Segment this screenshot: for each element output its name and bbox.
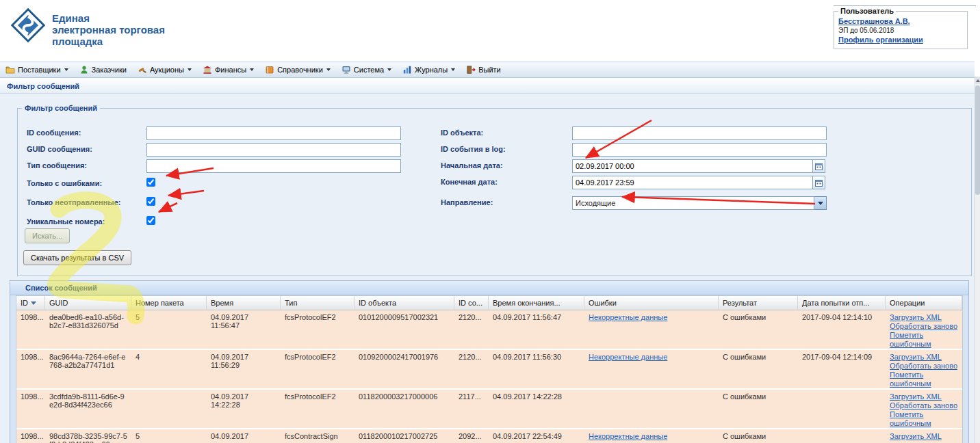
grid-header-row: ID GUID Номер пакета Время Тип ID объект… [16, 296, 962, 310]
menu-customers[interactable]: Заказчики [79, 65, 127, 75]
direction-select[interactable]: Исходящие [572, 196, 814, 210]
vertical-scrollbar[interactable] [975, 77, 980, 443]
error-details-link[interactable]: Некорректные данные [589, 353, 667, 361]
cell-guid: 3cdfda9b-8111-6d6e-9e2d-8d34f423ec66 [45, 390, 131, 428]
load-xml-link[interactable]: Загрузить XML [890, 313, 958, 322]
load-xml-link[interactable]: Загрузить XML [890, 392, 958, 401]
unsent-only-checkbox[interactable] [146, 197, 155, 206]
table-row[interactable]: 1098... 3cdfda9b-8111-6d6e-9e2d-8d34f423… [16, 390, 962, 429]
column-header-object-id[interactable]: ID объекта [354, 296, 454, 310]
menu-exit[interactable]: Выйти [466, 65, 501, 75]
error-details-link[interactable]: Некорректные данные [589, 432, 667, 440]
log-event-id-input[interactable] [572, 143, 827, 157]
mark-erroneous-link[interactable]: Пометить ошибочным [890, 371, 958, 388]
column-header-id[interactable]: ID [16, 296, 45, 310]
load-xml-link[interactable]: Загрузить XML [890, 432, 958, 441]
menu-directories[interactable]: Справочники [265, 65, 331, 75]
download-csv-button[interactable]: Скачать результаты в CSV [23, 250, 131, 265]
calendar-icon [815, 179, 823, 187]
mark-erroneous-link[interactable]: Пометить ошибочным [890, 410, 958, 428]
scrollbar-thumb[interactable] [975, 85, 980, 195]
column-header-event-id[interactable]: ID со... [454, 296, 489, 310]
scroll-up-arrow-icon[interactable] [975, 77, 980, 84]
column-header-guid[interactable]: GUID [45, 296, 131, 310]
menu-suppliers[interactable]: Поставщики [5, 65, 68, 75]
menu-customers-label: Заказчики [92, 66, 127, 74]
message-id-input[interactable] [146, 126, 401, 140]
menu-journals-label: Журналы [415, 66, 448, 74]
end-date-calendar-button[interactable] [813, 176, 825, 189]
unsent-only-label: Только неотправленные: [27, 198, 120, 206]
message-type-input[interactable] [146, 159, 401, 173]
cell-time: 04.09.2017 11:56:29 [207, 350, 281, 388]
column-header-time[interactable]: Время [207, 296, 281, 310]
cell-operations: Загрузить XML Обработать заново Пометить… [886, 310, 962, 349]
unique-numbers-label: Уникальные номера: [27, 217, 105, 226]
brand-title: Единая электронная торговая площадка [52, 12, 165, 47]
end-date-input[interactable] [572, 176, 813, 189]
message-guid-label: GUID сообщения: [27, 145, 92, 153]
table-row[interactable]: 1098... 98cd378b-3235-99c7-5f2d-8d34f423… [16, 429, 962, 443]
cell-guid: 8ac9644a-7264-e6ef-e768-a2b2a77471d1 [45, 350, 131, 388]
column-header-operations[interactable]: Операции [886, 296, 962, 310]
direction-dropdown-button[interactable] [814, 196, 827, 210]
cell-end-time: 04.09.2017 11:56:47 [489, 310, 584, 349]
cell-type: fcsProtocolEF2 [281, 310, 354, 349]
cell-result: С ошибками [719, 390, 798, 428]
message-guid-input[interactable] [146, 143, 401, 157]
unique-numbers-checkbox[interactable] [146, 216, 155, 225]
menu-auctions-label: Аукционы [150, 66, 184, 74]
menu-journals[interactable]: Журналы [402, 65, 455, 75]
cell-event-id: 2117... [454, 390, 489, 428]
table-row[interactable]: 1098... 8ac9644a-7264-e6ef-e768-a2b2a774… [16, 350, 962, 390]
sort-desc-icon [31, 301, 36, 305]
eetp-logo-icon [8, 5, 48, 45]
menu-finance[interactable]: Финансы [203, 65, 254, 75]
cell-attempt-date [798, 390, 886, 428]
chevron-down-icon [326, 68, 331, 71]
chevron-down-icon [387, 68, 391, 71]
column-header-result[interactable]: Результат [719, 296, 798, 310]
page-title-bar: Фильтр сообщений [0, 79, 975, 94]
cell-operations: Загрузить XML Обработать заново Пометить… [886, 390, 962, 428]
load-xml-link[interactable]: Загрузить XML [890, 353, 958, 362]
menu-auctions[interactable]: Аукционы [138, 65, 192, 75]
chevron-down-icon [818, 202, 823, 205]
column-header-end-time[interactable]: Время окончания... [489, 296, 584, 310]
cell-packet: 5 [131, 310, 207, 349]
results-panel: Список сообщений ID GUID Номер пакета Вр… [10, 280, 969, 443]
search-button[interactable]: Искать... [25, 228, 70, 243]
menu-system-label: Система [354, 66, 384, 74]
bank-icon [203, 65, 212, 75]
cell-attempt-date: 2017-09-04 12:14:09 [798, 350, 886, 388]
brand-line-1: Единая [52, 12, 165, 24]
user-name-link[interactable]: Бесстрашнова А.В. [838, 16, 963, 26]
column-header-packet[interactable]: Номер пакета [131, 296, 207, 310]
results-title: Список сообщений [25, 284, 97, 292]
table-row[interactable]: 1098... dea0bed6-ea10-a56d-b2c7-e831d326… [16, 310, 962, 350]
errors-only-checkbox[interactable] [146, 178, 155, 187]
reprocess-link[interactable]: Обработать заново [890, 322, 958, 331]
cell-id: 1098... [16, 310, 45, 349]
org-profile-link[interactable]: Профиль организации [838, 35, 963, 44]
mark-erroneous-link[interactable]: Пометить ошибочным [890, 331, 958, 349]
column-header-type[interactable]: Тип [281, 296, 354, 310]
cell-packet: 4 [131, 350, 207, 388]
column-header-errors[interactable]: Ошибки [584, 296, 719, 310]
reprocess-link[interactable]: Обработать заново [890, 362, 958, 371]
page-title: Фильтр сообщений [7, 82, 79, 90]
object-id-input[interactable] [572, 126, 827, 140]
folder-icon [5, 65, 15, 75]
column-header-attempt-date[interactable]: Дата попытки отп... [798, 296, 886, 310]
reprocess-link[interactable]: Обработать заново [890, 401, 958, 410]
brand-line-2: электронная торговая [52, 24, 165, 36]
cell-object-id: 0109200002417001976 [354, 350, 454, 388]
customers-icon [79, 65, 89, 75]
message-type-label: Тип сообщения: [27, 161, 87, 170]
chevron-down-icon [188, 68, 192, 71]
start-date-calendar-button[interactable] [813, 159, 825, 173]
error-details-link[interactable]: Некорректные данные [589, 313, 667, 321]
start-date-input[interactable] [572, 159, 813, 173]
menu-system[interactable]: Система [341, 65, 391, 75]
cell-type: fcsProtocolEF2 [281, 390, 354, 428]
